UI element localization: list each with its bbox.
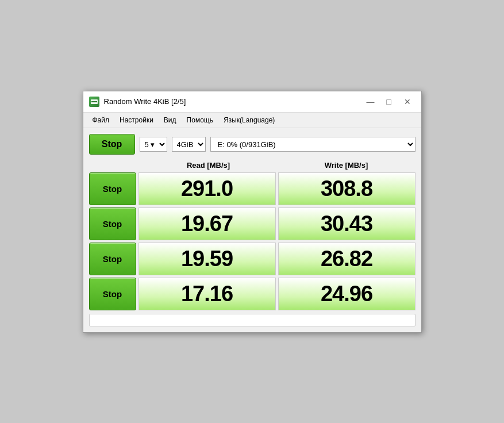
write-value-2: 30.43 — [278, 207, 415, 240]
title-bar-left: Random Write 4KiB [2/5] — [89, 97, 186, 107]
stop-button-2[interactable]: Stop — [89, 207, 136, 240]
menu-settings[interactable]: Настройки — [115, 114, 158, 126]
main-stop-button[interactable]: Stop — [89, 134, 135, 155]
write-value-3: 26.82 — [278, 243, 415, 275]
menu-file[interactable]: Файл — [88, 114, 114, 126]
read-header: Read [MB/s] — [140, 159, 278, 171]
table-row: Stop 17.16 24.96 — [89, 278, 415, 310]
read-value-1: 291.0 — [138, 172, 276, 205]
app-icon — [89, 97, 99, 107]
menu-view[interactable]: Вид — [159, 114, 181, 126]
count-select[interactable]: 5 ▾ — [140, 137, 167, 152]
stop-button-4[interactable]: Stop — [89, 278, 136, 310]
read-value-3: 19.59 — [138, 243, 276, 275]
write-value-4: 24.96 — [278, 278, 415, 310]
maximize-button[interactable]: □ — [381, 96, 397, 107]
table-header: Read [MB/s] Write [MB/s] — [140, 159, 415, 171]
minimize-button[interactable]: — — [363, 96, 379, 107]
close-button[interactable]: ✕ — [399, 96, 415, 107]
title-bar: Random Write 4KiB [2/5] — □ ✕ — [83, 91, 421, 113]
read-value-2: 19.67 — [138, 207, 276, 240]
svg-rect-1 — [91, 101, 97, 102]
write-header: Write [MB/s] — [278, 159, 415, 171]
table-row: Stop 19.67 30.43 — [89, 207, 415, 240]
content-area: Stop 5 ▾ 4GiB E: 0% (0/931GiB) Read [MB/… — [83, 128, 421, 332]
main-window: Random Write 4KiB [2/5] — □ ✕ Файл Настр… — [83, 91, 422, 333]
menu-bar: Файл Настройки Вид Помощь Язык(Language) — [83, 113, 421, 128]
size-select[interactable]: 4GiB — [172, 137, 206, 152]
title-controls: — □ ✕ — [363, 96, 415, 107]
stop-button-3[interactable]: Stop — [89, 243, 136, 275]
table-row: Stop 19.59 26.82 — [89, 243, 415, 275]
read-value-4: 17.16 — [138, 278, 276, 310]
stop-button-1[interactable]: Stop — [89, 172, 136, 205]
menu-help[interactable]: Помощь — [182, 114, 218, 126]
write-value-1: 308.8 — [278, 172, 415, 205]
progress-bar-container — [89, 314, 415, 326]
top-controls: Stop 5 ▾ 4GiB E: 0% (0/931GiB) — [89, 134, 415, 155]
window-title: Random Write 4KiB [2/5] — [104, 97, 186, 106]
drive-select[interactable]: E: 0% (0/931GiB) — [210, 137, 415, 152]
table-row: Stop 291.0 308.8 — [89, 172, 415, 205]
menu-language[interactable]: Язык(Language) — [219, 114, 279, 126]
